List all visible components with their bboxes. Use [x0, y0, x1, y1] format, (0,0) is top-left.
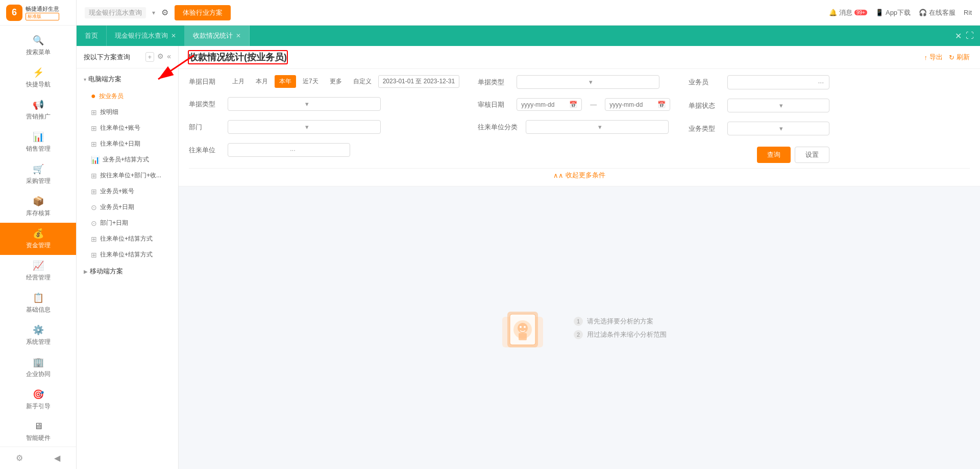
- sidebar-item-label: 销售管理: [26, 145, 51, 153]
- sidebar-item-enterprise[interactable]: 🏢 企业协同: [0, 351, 76, 384]
- scheme-salesperson-account[interactable]: ⊞ 业务员+账号: [77, 183, 178, 199]
- sidebar-item-sales[interactable]: 📊 销售管理: [0, 126, 76, 158]
- review-date-start-input[interactable]: [521, 101, 567, 108]
- sidebar-collapse-btn[interactable]: ◀: [54, 453, 60, 463]
- notification-btn[interactable]: 🔔 消息 99+: [829, 8, 867, 17]
- cashflow-tab-close-icon[interactable]: ✕: [171, 32, 176, 39]
- desktop-section[interactable]: ▾ 电脑端方案: [77, 71, 178, 88]
- logo-icon: 6: [6, 5, 22, 21]
- scheme-icon: ⊞: [91, 187, 97, 196]
- collapse-panel-icon[interactable]: «: [167, 52, 171, 62]
- doctype-select[interactable]: ▾: [228, 97, 381, 111]
- maximize-icon[interactable]: ⛶: [966, 31, 974, 40]
- receivables-tab-close-icon[interactable]: ✕: [236, 32, 241, 39]
- partner-select[interactable]: ···: [228, 143, 350, 157]
- tab-cashflow[interactable]: 现金银行流水查询 ✕: [107, 26, 185, 46]
- doctype2-label: 单据类型: [478, 78, 508, 87]
- app-download-btn[interactable]: 📱 App下载: [875, 8, 911, 17]
- calendar-icon2[interactable]: 📅: [657, 101, 666, 108]
- sidebar-item-basic[interactable]: 📋 基础信息: [0, 287, 76, 319]
- sidebar-nav: 🔍 搜索菜单 ⚡ 快捷导航 📢 营销推广 📊 销售管理 🛒 采购管理 📦: [0, 26, 76, 447]
- online-service-btn[interactable]: 🎧 在线客服: [919, 8, 955, 17]
- tab-home[interactable]: 首页: [77, 26, 107, 46]
- settings-button[interactable]: 设置: [795, 147, 829, 163]
- sidebar-item-inventory[interactable]: 📦 库存核算: [0, 191, 76, 223]
- scheme-unit-payment1[interactable]: ⊞ 往来单位+结算方式: [77, 231, 178, 247]
- refresh-button[interactable]: ↻ 刷新: [949, 53, 970, 62]
- calendar-icon[interactable]: 📅: [569, 101, 577, 108]
- sidebar-item-operations[interactable]: 📈 经营管理: [0, 255, 76, 287]
- review-date-end-input[interactable]: [609, 101, 655, 108]
- cashflow-tab-label: 现金银行流水查询: [115, 31, 168, 40]
- scheme-unit-dept[interactable]: ⊞ 按往来单位+部门+收...: [77, 168, 178, 183]
- scheme-unit-account[interactable]: ⊞ 往来单位+账号: [77, 120, 178, 136]
- tree-expand-icon: ▾: [84, 77, 86, 82]
- sidebar-settings-btn[interactable]: ⚙: [16, 453, 23, 463]
- review-date-end[interactable]: 📅: [605, 98, 670, 111]
- partner-label: 往来单位: [189, 146, 219, 155]
- export-button[interactable]: ↑ 导出: [924, 53, 943, 62]
- topbar-settings-icon[interactable]: ⚙: [161, 8, 168, 17]
- last-7days-btn[interactable]: 近7天: [298, 75, 323, 88]
- tip-text-1: 请先选择要分析的方案: [587, 317, 653, 326]
- salesperson-more-icon[interactable]: ···: [818, 78, 824, 86]
- sidebar-item-label: 企业协同: [26, 370, 51, 379]
- doctype2-select[interactable]: ▾: [517, 75, 659, 89]
- business-type-select[interactable]: ▾: [727, 122, 829, 135]
- scheme-by-salesperson[interactable]: ● 按业务员: [77, 88, 178, 104]
- sidebar-item-quicknav[interactable]: ⚡ 快捷导航: [0, 62, 76, 94]
- scheme-unit-payment2[interactable]: ⊞ 往来单位+结算方式: [77, 247, 178, 263]
- sidebar-item-label: 营销推广: [26, 112, 51, 121]
- scheme-by-detail[interactable]: ⊞ 按明细: [77, 104, 178, 120]
- this-month-btn[interactable]: 本月: [251, 75, 273, 88]
- desktop-section-label: 电脑端方案: [88, 75, 121, 84]
- sidebar-item-marketing[interactable]: 📢 营销推广: [0, 94, 76, 126]
- scheme-unit-date[interactable]: ⊞ 往来单位+日期: [77, 136, 178, 152]
- sidebar-item-finance[interactable]: 💰 资金管理: [0, 223, 76, 255]
- empty-state: 1 请先选择要分析的方案 2 用过滤条件来缩小分析范围: [492, 197, 667, 459]
- partner-category-select[interactable]: ▾: [526, 120, 669, 134]
- tab-right-actions: ✕ ⛶: [955, 26, 980, 46]
- doctype-label: 单据类型: [189, 100, 219, 109]
- scheme-salesperson-date[interactable]: ⊙ 业务员+日期: [77, 199, 178, 215]
- this-year-btn[interactable]: 本年: [275, 75, 296, 88]
- collapse-filter-btn[interactable]: ∧∧ 收起更多条件: [553, 171, 605, 180]
- bell-icon: 🔔: [829, 9, 837, 16]
- scheme-salesperson-payment[interactable]: 📊 业务员+结算方式: [77, 152, 178, 168]
- tab-receivables[interactable]: 收款情况统计 ✕: [185, 26, 250, 46]
- sidebar-item-system[interactable]: ⚙️ 系统管理: [0, 319, 76, 351]
- sidebar-item-guide[interactable]: 🎯 新手引导: [0, 384, 76, 416]
- guide-icon: 🎯: [33, 389, 44, 400]
- trial-button[interactable]: 体验行业方案: [175, 5, 231, 20]
- scheme-icon: ⊞: [91, 172, 97, 180]
- settings-scheme-icon[interactable]: ⚙: [157, 52, 164, 62]
- tree-collapse-icon: ▶: [84, 269, 88, 274]
- sidebar-item-label: 搜索菜单: [26, 48, 51, 57]
- sidebar-item-label: 智能硬件: [26, 434, 51, 442]
- doctype-dropdown-icon: ▾: [305, 100, 375, 108]
- sidebar-item-search[interactable]: 🔍 搜索菜单: [0, 30, 76, 62]
- sidebar-item-purchase[interactable]: 🛒 采购管理: [0, 158, 76, 191]
- partner-more-icon[interactable]: ···: [288, 146, 345, 154]
- user-name: Rit: [964, 9, 972, 16]
- user-avatar[interactable]: Rit: [964, 9, 972, 16]
- review-date-start[interactable]: 📅: [517, 98, 582, 111]
- last-month-btn[interactable]: 上月: [228, 75, 249, 88]
- close-window-icon[interactable]: ✕: [955, 31, 962, 41]
- dept-select[interactable]: ▾: [228, 120, 381, 134]
- custom-date-btn[interactable]: 自定义: [349, 75, 376, 88]
- more-date-btn[interactable]: 更多: [325, 75, 347, 88]
- dropdown-arrow-icon[interactable]: ▾: [152, 9, 155, 16]
- scheme-dept-date[interactable]: ⊙ 部门+日期: [77, 215, 178, 231]
- main-content: 现金银行流水查询 ▾ ⚙ 体验行业方案 🔔 消息 99+ 📱 App下载 🎧 在…: [77, 0, 980, 469]
- left-panel-header: 按以下方案查询 + ⚙ «: [77, 46, 178, 68]
- query-button[interactable]: 查询: [757, 147, 791, 163]
- add-scheme-icon[interactable]: +: [145, 52, 155, 62]
- sidebar-item-hardware[interactable]: 🖥 智能硬件: [0, 416, 76, 447]
- sidebar-item-label: 新手引导: [26, 402, 51, 411]
- mobile-section[interactable]: ▶ 移动端方案: [77, 263, 178, 280]
- quicknav-icon: ⚡: [33, 67, 44, 78]
- doc-status-select[interactable]: ▾: [727, 99, 829, 112]
- sidebar-item-label: 资金管理: [26, 241, 51, 250]
- filter-row-partner: 往来单位 ···: [189, 143, 459, 157]
